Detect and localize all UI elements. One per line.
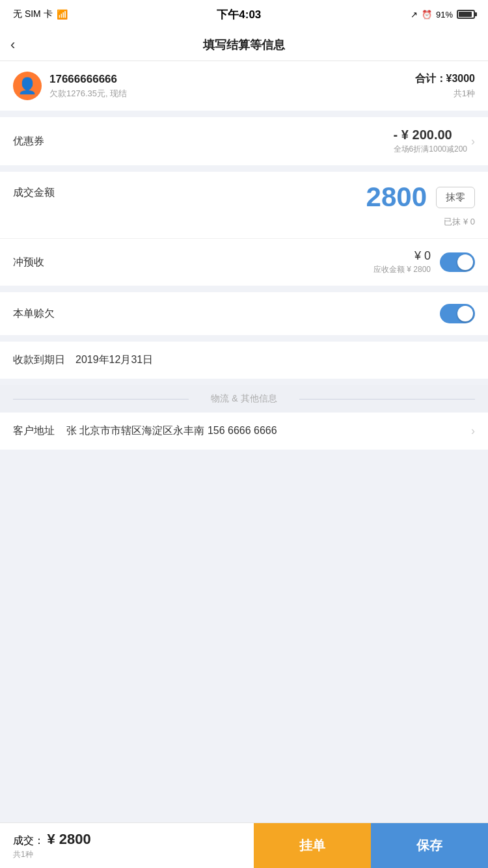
battery-percent: 91% [436,10,453,20]
debit-label: 本单赊欠 [13,307,55,321]
rush-toggle[interactable] [440,252,475,272]
user-left: 👤 17666666666 欠款1276.35元, 现结 [13,72,127,100]
avatar-icon: 👤 [18,77,37,95]
rush-pre-collect-row: 冲预收 ¥ 0 应收金额 ¥ 2800 [0,238,488,286]
clock-icon: ⏰ [422,10,432,20]
coupon-chevron-icon: › [471,135,475,148]
total-amount: 合计：¥3000 [415,72,476,86]
rush-label: 冲预收 [13,256,44,269]
avatar: 👤 [13,72,42,100]
rush-amount-block: ¥ 0 应收金额 ¥ 2800 [373,249,431,275]
erase-button[interactable]: 抹零 [436,187,475,208]
bottom-deal-label-row: 成交： ¥ 2800 [13,831,241,848]
section-divider: 物流 & 其他信息 [0,385,488,413]
user-info-card: 👤 17666666666 欠款1276.35元, 现结 合计：¥3000 共1… [0,61,488,111]
wifi-icon: 📶 [57,9,68,20]
hold-button[interactable]: 挂单 [254,823,371,869]
deal-amount-right: 2800 抹零 [366,183,475,211]
nav-bar: ‹ 填写结算等信息 [0,29,488,61]
debit-toggle[interactable] [440,304,475,323]
due-date-value: 2019年12月31日 [75,353,153,367]
user-right: 合计：¥3000 共1种 [415,72,476,100]
deal-amount-row: 成交金额 2800 抹零 [0,172,488,216]
bottom-deal-label: 成交： [13,835,44,846]
status-bar: 无 SIM 卡 📶 下午4:03 ↗ ⏰ 91% [0,0,488,29]
deal-amount-section: 成交金额 2800 抹零 已抹 ¥ 0 冲预收 ¥ 0 应收金额 ¥ 2800 [0,172,488,286]
battery-bar [457,10,475,19]
user-sub-text: 欠款1276.35元, 现结 [49,88,127,100]
coupon-desc: 全场6折满1000减200 [394,144,467,155]
user-phone: 17666666666 [49,73,127,86]
user-details: 17666666666 欠款1276.35元, 现结 [49,73,127,100]
status-time: 下午4:03 [217,7,261,22]
bottom-bar: 成交： ¥ 2800 共1种 挂单 保存 [0,822,488,868]
coupon-label: 优惠券 [13,135,44,148]
deal-amount-label: 成交金额 [13,183,55,200]
bottom-deal-amount: ¥ 2800 [47,831,90,847]
save-button[interactable]: 保存 [371,823,488,869]
rush-sub: 应收金额 ¥ 2800 [373,264,431,275]
bottom-deal-count: 共1种 [13,849,241,860]
address-value: 张 北京市市辖区海淀区永丰南 156 6666 6666 [66,424,463,438]
battery-fill [459,12,472,17]
divider-line-right [299,399,475,400]
battery-tip [475,12,477,16]
rush-amount: ¥ 0 [373,249,431,263]
debit-section: 本单赊欠 [0,292,488,335]
deal-amount-sub: 已抹 ¥ 0 [0,216,488,238]
status-left: 无 SIM 卡 📶 [13,8,68,20]
divider-line-left [13,399,189,400]
address-row[interactable]: 客户地址 张 北京市市辖区海淀区永丰南 156 6666 6666 › [0,413,488,450]
divider-text: 物流 & 其他信息 [211,393,277,405]
due-date-row: 收款到期日 2019年12月31日 [0,342,488,379]
toggle-knob [457,254,473,270]
address-chevron-icon: › [471,424,475,438]
total-count: 共1种 [415,88,476,100]
bottom-summary: 成交： ¥ 2800 共1种 [0,831,254,860]
address-label: 客户地址 [13,424,59,438]
deal-amount-value: 2800 [366,183,427,211]
coupon-row[interactable]: 优惠券 - ¥ 200.00 全场6折满1000减200 › [0,117,488,165]
page-title: 填写结算等信息 [203,37,285,53]
main-content: 👤 17666666666 欠款1276.35元, 现结 合计：¥3000 共1… [0,61,488,822]
back-button[interactable]: ‹ [10,36,15,53]
location-icon: ↗ [411,10,418,20]
status-right: ↗ ⏰ 91% [411,10,475,20]
no-sim-label: 无 SIM 卡 [13,8,53,20]
rush-right: ¥ 0 应收金额 ¥ 2800 [373,249,475,275]
coupon-right: - ¥ 200.00 全场6折满1000减200 › [394,128,475,155]
due-date-label: 收款到期日 [13,353,65,367]
debit-toggle-knob [457,306,473,321]
coupon-amount: - ¥ 200.00 [394,128,467,142]
